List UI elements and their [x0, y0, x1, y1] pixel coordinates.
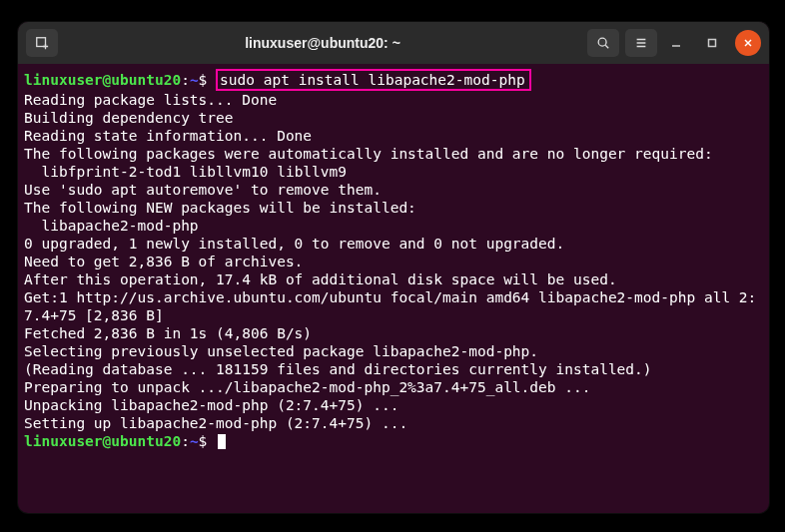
output-line: Preparing to unpack .../libapache2-mod-p… — [24, 379, 590, 395]
output-line: The following NEW packages will be insta… — [24, 200, 416, 216]
svg-rect-0 — [37, 38, 46, 47]
command-text: sudo apt install libapache2-mod-php — [220, 72, 525, 88]
search-button[interactable] — [587, 29, 619, 57]
search-icon — [596, 36, 610, 50]
output-line: libfprint-2-tod1 libllvm10 libllvm9 — [24, 164, 347, 180]
prompt-sigil: $ — [199, 433, 208, 449]
prompt-path: ~ — [190, 433, 199, 449]
prompt-sigil: $ — [199, 72, 208, 88]
new-tab-icon — [35, 36, 49, 50]
titlebar: linuxuser@ubuntu20: ~ — [18, 22, 769, 64]
output-line: After this operation, 17.4 kB of additio… — [24, 271, 617, 287]
output-line: Use 'sudo apt autoremove' to remove them… — [24, 182, 382, 198]
svg-rect-9 — [709, 40, 716, 47]
output-line: 0 upgraded, 1 newly installed, 0 to remo… — [24, 236, 564, 252]
minimize-button[interactable] — [663, 30, 689, 56]
output-line: Need to get 2,836 B of archives. — [24, 254, 303, 269]
minimize-icon — [670, 37, 682, 49]
output-line: Setting up libapache2-mod-php (2:7.4+75)… — [24, 415, 407, 431]
command-highlight: sudo apt install libapache2-mod-php — [216, 69, 531, 91]
new-tab-button[interactable] — [26, 29, 58, 57]
close-icon — [742, 37, 754, 49]
output-line: The following packages were automaticall… — [24, 146, 713, 162]
terminal-window: linuxuser@ubuntu20: ~ linuxuser@ubuntu20… — [18, 22, 769, 513]
terminal-body[interactable]: linuxuser@ubuntu20:~$ sudo apt install l… — [18, 64, 769, 455]
prompt-user-host: linuxuser@ubuntu20 — [24, 72, 181, 88]
svg-line-4 — [605, 45, 608, 48]
window-title: linuxuser@ubuntu20: ~ — [64, 35, 581, 51]
prompt-colon: : — [181, 72, 190, 88]
output-line: Unpacking libapache2-mod-php (2:7.4+75) … — [24, 397, 398, 413]
output-line: Fetched 2,836 B in 1s (4,806 B/s) — [24, 325, 312, 341]
svg-point-3 — [598, 38, 606, 46]
output-line: Selecting previously unselected package … — [24, 343, 538, 359]
output-line: Building dependency tree — [24, 110, 234, 126]
hamburger-icon — [634, 36, 648, 50]
maximize-icon — [706, 37, 718, 49]
prompt-colon: : — [181, 433, 190, 449]
output-line: (Reading database ... 181159 files and d… — [24, 361, 652, 377]
output-line: Reading state information... Done — [24, 128, 312, 144]
output-line: Get:1 http://us.archive.ubuntu.com/ubunt… — [24, 289, 756, 323]
output-line: Reading package lists... Done — [24, 92, 277, 108]
prompt-path: ~ — [190, 72, 199, 88]
prompt-user-host: linuxuser@ubuntu20 — [24, 433, 181, 449]
output-line: libapache2-mod-php — [24, 218, 199, 234]
close-button[interactable] — [735, 30, 761, 56]
window-controls — [663, 30, 761, 56]
maximize-button[interactable] — [699, 30, 725, 56]
cursor — [218, 434, 226, 449]
menu-button[interactable] — [625, 29, 657, 57]
